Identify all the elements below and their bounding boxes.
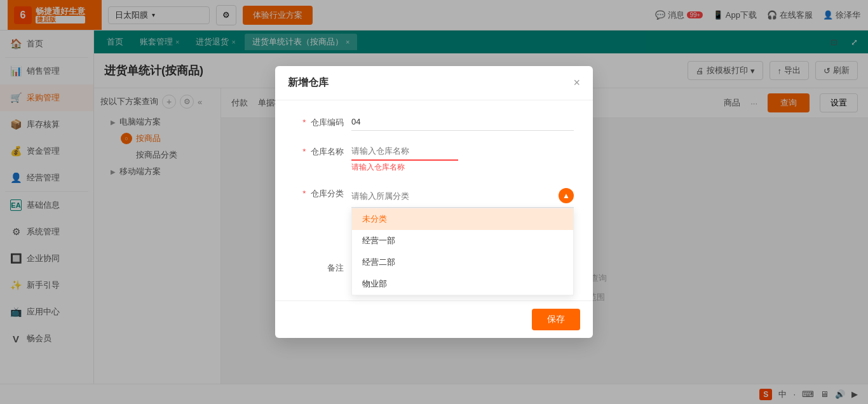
category-input-wrapper: ▲ 未分类 经营一部 经营二部 物业部 [351, 184, 574, 208]
save-button[interactable]: 保存 [532, 309, 580, 330]
category-input[interactable] [351, 191, 559, 201]
modal-header: 新增仓库 × [275, 66, 593, 100]
dropdown-option-dept1[interactable]: 经营一部 [352, 230, 573, 252]
warehouse-code-input[interactable] [351, 113, 574, 131]
modal-body: * 仓库编码 * 仓库名称 请输入仓库名称 [275, 100, 593, 300]
warehouse-name-error: 请输入仓库名称 [351, 162, 405, 173]
modal-title: 新增仓库 [288, 76, 329, 90]
warehouse-code-row: * 仓库编码 [294, 113, 574, 131]
notes-label: 备注 [294, 259, 351, 274]
dropdown-option-property[interactable]: 物业部 [352, 273, 573, 295]
modal-footer: 保存 [275, 300, 593, 338]
modal-overlay[interactable]: 新增仓库 × * 仓库编码 * 仓库名称 [0, 0, 868, 404]
warehouse-name-row: * 仓库名称 请输入仓库名称 [294, 142, 574, 173]
warehouse-name-label: * 仓库名称 [294, 142, 351, 158]
dropdown-option-dept2[interactable]: 经营二部 [352, 252, 573, 273]
warehouse-category-label: * 仓库分类 [294, 184, 351, 199]
category-dropdown-arrow-icon[interactable]: ▲ [559, 188, 574, 203]
modal-close-button[interactable]: × [573, 76, 580, 90]
add-warehouse-modal: 新增仓库 × * 仓库编码 * 仓库名称 [275, 66, 593, 338]
dropdown-option-uncategorized[interactable]: 未分类 [352, 208, 573, 230]
category-dropdown-trigger[interactable]: ▲ [351, 184, 574, 208]
warehouse-category-row: * 仓库分类 ▲ 未分类 经营一部 经营二部 物业部 [294, 184, 574, 208]
warehouse-code-label: * 仓库编码 [294, 113, 351, 128]
category-dropdown-list: 未分类 经营一部 经营二部 物业部 [351, 208, 574, 295]
warehouse-name-input[interactable] [351, 142, 458, 161]
